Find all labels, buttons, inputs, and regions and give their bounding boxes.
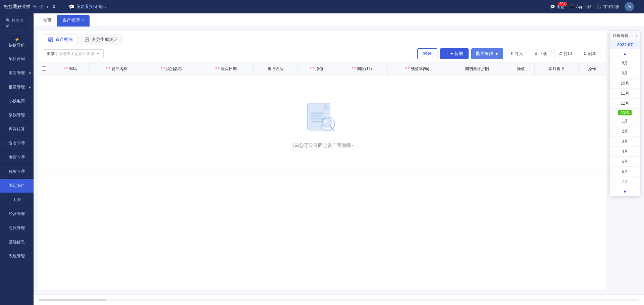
sidebar-item-basic[interactable]: 基础信息 <box>0 235 34 249</box>
th-residual-rate: * 残值率(%) <box>388 63 447 75</box>
asset-panel: 资产明细 变更生成凭证 <box>38 31 606 290</box>
empty-state-cell: 当前您还没有固定资产明细哦~ <box>38 75 606 172</box>
month-item-10[interactable]: 10月 <box>610 79 640 89</box>
th-period: * 期限(月) <box>336 63 388 75</box>
content-area: 首页 资产管理 × <box>34 13 644 305</box>
year-badge-row: 2023 <box>610 109 640 116</box>
print-button[interactable]: 🖨 打印 <box>554 49 576 59</box>
svg-point-15 <box>323 119 328 124</box>
svg-rect-4 <box>85 38 89 42</box>
th-original-value: * 原值 <box>297 63 336 75</box>
table-body: 当前您还没有固定资产明细哦~ <box>38 75 606 172</box>
month-item-7-2023[interactable]: 7月 <box>610 177 640 187</box>
month-item-6[interactable]: 6月 <box>610 167 640 177</box>
month-prev-button[interactable]: ▲ <box>621 50 629 57</box>
sidebar-item-management[interactable]: 经营管理 <box>0 207 34 221</box>
sidebar: 🔍 搜索菜单 ⚡ 快捷导航 项目合同 零售管理 批发管理 小畅电商 采购管理 库… <box>0 13 34 305</box>
year-badge: 2023 <box>618 110 632 115</box>
download-button[interactable]: ⬇ 下载 <box>530 49 551 59</box>
sidebar-search: 🔍 搜索菜单 <box>0 13 34 34</box>
message-button[interactable]: 💬 消息 99+ <box>550 4 565 10</box>
batch-dropdown-icon: ▼ <box>494 51 499 56</box>
tab-close-icon[interactable]: × <box>82 18 84 23</box>
import-icon: ⬆ <box>510 51 514 56</box>
month-item-8[interactable]: 8月 <box>610 58 640 68</box>
th-accumulated: 期初累计折旧 <box>447 63 507 75</box>
month-item-3[interactable]: 3月 <box>610 137 640 147</box>
refresh-icon: ↻ <box>583 51 587 56</box>
table-header-row: * 编码 * 资产名称 * 类别名称 * 购买日期 折旧方法 * 原值 * 期限… <box>38 63 606 75</box>
sidebar-item-wholesale[interactable]: 批发管理 <box>0 80 34 94</box>
top-bar-right: 💬 消息 99+ 📱 App下载 🎧 在线客服 Ai ··· <box>550 2 640 11</box>
app-download-button[interactable]: 📱 App下载 <box>570 4 591 10</box>
sidebar-item-finance[interactable]: 资金管理 <box>0 137 34 151</box>
sub-tab-detail[interactable]: 资产明细 <box>43 34 78 45</box>
sidebar-item-tax[interactable]: 税务管理 <box>0 165 34 179</box>
reconcile-button[interactable]: 对账 <box>417 48 437 59</box>
settings-button[interactable]: ⚙ <box>50 4 58 10</box>
wholesale-expand-icon <box>28 85 32 89</box>
month-item-9[interactable]: 9月 <box>610 68 640 79</box>
horizontal-scrollbar[interactable] <box>39 299 639 301</box>
th-checkbox <box>38 63 51 75</box>
top-bar-left: 畅捷通好业财 专业版 ▾ ⚙ 💬 我要看实例演示 <box>4 3 106 10</box>
message-badge: 99+ <box>558 2 567 6</box>
list-icon <box>48 37 53 42</box>
sidebar-item-assets[interactable]: 固定资产 <box>0 179 34 193</box>
sidebar-item-project[interactable]: 项目合同 <box>0 52 34 66</box>
month-item-4[interactable]: 4月 <box>610 147 640 157</box>
month-item-2[interactable]: 2月 <box>610 126 640 137</box>
select-all-checkbox[interactable] <box>42 66 46 71</box>
sidebar-item-retail[interactable]: 零售管理 <box>0 66 34 80</box>
avatar: Ai <box>625 2 634 11</box>
category-filter[interactable]: 类别 | 请选择固定资产类别 ▼ <box>43 49 104 58</box>
month-panel-title: 月份选择 <box>612 33 629 39</box>
demo-link[interactable]: 💬 我要看实例演示 <box>69 4 106 10</box>
sidebar-item-general[interactable]: 总账管理 <box>0 221 34 235</box>
month-item-12[interactable]: 12月 <box>610 99 640 109</box>
online-service-button[interactable]: 🎧 在线客服 <box>597 4 619 10</box>
sidebar-item-ecommerce[interactable]: 小畅电商 <box>0 94 34 108</box>
toolbar: 类别 | 请选择固定资产类别 ▼ 对账 + + 新增 <box>38 45 606 63</box>
month-item-5[interactable]: 5月 <box>610 157 640 167</box>
app-edition: 专业版 <box>33 4 44 9</box>
sidebar-item-purchase[interactable]: 采购管理 <box>0 108 34 122</box>
toolbar-filters: 类别 | 请选择固定资产类别 ▼ <box>43 49 415 58</box>
plus-icon: + <box>446 51 448 56</box>
refresh-button[interactable]: ↻ 刷新 <box>579 49 600 59</box>
bottom-bar <box>34 294 644 305</box>
add-button[interactable]: + + 新增 <box>440 48 469 59</box>
main-content: 资产明细 变更生成凭证 <box>34 27 644 294</box>
tab-home[interactable]: 首页 <box>38 15 57 27</box>
sidebar-item-inventory[interactable]: 库存核算 <box>0 122 34 137</box>
download-icon: ⬇ <box>534 51 538 56</box>
tab-assets[interactable]: 资产管理 × <box>57 15 90 27</box>
import-button[interactable]: ⬆ 导入 <box>506 49 527 59</box>
sidebar-item-salary[interactable]: 工资 <box>0 193 34 207</box>
asset-table: * 编码 * 资产名称 * 类别名称 * 购买日期 折旧方法 * 原值 * 期限… <box>38 63 606 172</box>
th-depreciation-method: 折旧方法 <box>254 63 298 75</box>
month-item-1[interactable]: 1月 <box>610 116 640 126</box>
svg-rect-9 <box>311 113 324 114</box>
sidebar-item-invoice[interactable]: 发票管理 <box>0 151 34 165</box>
month-next-button[interactable]: ▼ <box>621 188 629 195</box>
sidebar-item-shortcut[interactable]: ⚡ 快捷导航 <box>0 34 34 52</box>
th-name: * 资产名称 <box>90 63 144 75</box>
th-monthly-depreciation: 本月折旧 <box>535 63 579 75</box>
window-controls: ▾ ⚙ <box>47 4 58 10</box>
search-menu-button[interactable]: 🔍 搜索菜单 <box>3 16 31 31</box>
th-purchase-date: * 购买日期 <box>199 63 254 75</box>
batch-button[interactable]: 批量操作 ▼ <box>471 48 503 59</box>
user-area: Ai ··· <box>625 2 640 11</box>
app-name: 畅捷通好业财 <box>4 4 30 10</box>
month-item-11[interactable]: 11月 <box>610 89 640 99</box>
sidebar-item-system[interactable]: 系统管理 <box>0 249 34 263</box>
main-layout: 🔍 搜索菜单 ⚡ 快捷导航 项目合同 零售管理 批发管理 小畅电商 采购管理 库… <box>0 13 644 305</box>
month-panel-collapse-icon[interactable]: › <box>636 34 637 38</box>
th-net-value: 净值 <box>507 63 534 75</box>
month-panel: 月份选择 › 2022.07 ▲ 8月 9月 10月 11月 12月 <box>610 31 640 196</box>
th-action: 操作 <box>578 63 606 75</box>
print-icon: 🖨 <box>558 51 562 56</box>
th-category: * 类别名称 <box>144 63 199 75</box>
sub-tab-voucher[interactable]: 变更生成凭证 <box>79 34 123 45</box>
